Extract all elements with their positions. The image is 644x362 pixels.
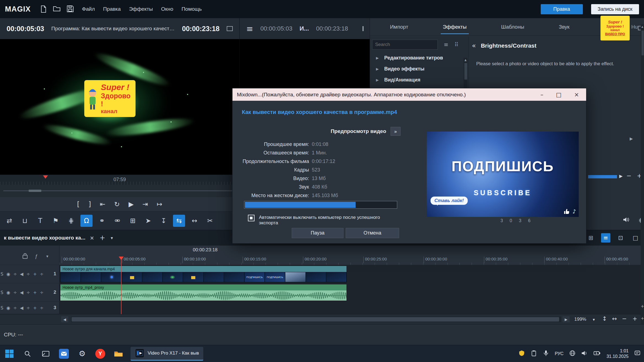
tree-item-video-effects[interactable]: ▶ Видео эффекты [370, 63, 469, 74]
back-chevrons-icon[interactable]: « [472, 42, 476, 50]
expand-preview-icon[interactable]: » [391, 127, 401, 136]
source-fullscreen-icon[interactable] [362, 26, 364, 31]
menu-effects[interactable]: Эффекты [129, 6, 153, 12]
tree-item-titles[interactable]: ▶ Редактирование титров [370, 52, 469, 63]
microphone-icon[interactable] [543, 350, 549, 358]
track-zoom-in-icon[interactable]: + [641, 304, 644, 309]
task-view-icon[interactable] [40, 348, 52, 360]
visibility-icon[interactable]: ◉ [6, 271, 10, 277]
zoom-out-icon[interactable]: − [626, 172, 631, 179]
view-mode-icon[interactable]: ⠿ [454, 41, 459, 48]
sort-icon[interactable]: ≡ [444, 41, 448, 48]
video-clip[interactable]: Новое оутро для канала.mp4 ПОДПИШИСЬ ПОД… [60, 266, 347, 282]
loop-button[interactable]: ↻ [114, 200, 120, 208]
fx-icon[interactable]: ƒ [35, 253, 38, 259]
curve-icon[interactable]: ÷ [26, 305, 30, 311]
range-handle[interactable] [29, 190, 41, 192]
scroll-left-icon[interactable]: ◀ [61, 316, 68, 322]
zoom-out-icon[interactable]: − [622, 315, 627, 322]
levels-icon[interactable]: ⋕ [65, 215, 77, 227]
burn-disc-button[interactable]: Запись на диск [591, 4, 639, 14]
mouse-mode-icon[interactable]: ➤ [142, 215, 154, 227]
checkbox[interactable] [248, 215, 255, 221]
track-lane-2[interactable]: Новое оутр_mp4_proxy [59, 283, 641, 302]
curve-icon[interactable]: ÷ [26, 290, 30, 295]
track-lane-3[interactable] [59, 302, 641, 314]
fit-vertical-icon[interactable]: ↕ [602, 315, 607, 322]
curve-icon[interactable]: ÷ [40, 305, 44, 311]
track-lane-1[interactable]: Новое оутро для канала.mp4 ПОДПИШИСЬ ПОД… [59, 265, 641, 284]
curve-icon[interactable]: ÷ [13, 305, 17, 311]
magnet-snap-icon[interactable]: Ω [80, 215, 93, 227]
app-vertical-scrollbar[interactable]: ▲ + + [641, 24, 644, 324]
mark-out-button[interactable]: ] [88, 200, 91, 208]
maximize-icon[interactable]: □ [556, 91, 562, 98]
chevron-right-icon[interactable]: ▶ [376, 67, 379, 71]
preview-scrubber[interactable]: 07:59 [0, 175, 239, 185]
insert-mode-icon[interactable]: ⊞ [127, 215, 139, 227]
curve-icon[interactable]: ÷ [40, 290, 44, 295]
curve-icon[interactable]: ÷ [40, 271, 44, 277]
speaker-icon[interactable]: ◀ [20, 290, 23, 295]
mark-in-button[interactable]: [ [77, 200, 80, 208]
preview-monitor-icon[interactable]: ⊡ [616, 233, 625, 243]
save-icon[interactable] [67, 5, 74, 13]
scrollbar-thumb[interactable] [642, 31, 644, 55]
pull-down-icon[interactable]: ↧ [158, 215, 170, 227]
pause-button[interactable]: Пауза [292, 228, 343, 238]
preview-size-slider[interactable] [588, 175, 617, 178]
battery-icon[interactable] [593, 350, 601, 357]
slider-arrow-icon[interactable]: ▶ [619, 173, 623, 179]
tab-audio[interactable]: Звук [557, 20, 572, 34]
close-icon[interactable]: × [574, 91, 579, 98]
speaker-icon[interactable] [623, 217, 629, 224]
visibility-icon[interactable]: ◉ [6, 305, 10, 311]
program-video-canvas[interactable]: Super ! Здорово ! канал [0, 39, 239, 175]
track-header-1[interactable]: S ◉ ÷ ◀ ÷ + ÷ 1 [0, 265, 59, 283]
tab-templates[interactable]: Шаблоны [499, 20, 526, 34]
curve-icon[interactable]: ÷ [13, 271, 17, 277]
file-explorer-icon[interactable] [112, 348, 125, 360]
chevron-right-icon[interactable]: ▶ [376, 78, 379, 82]
delete-icon[interactable]: ⊔ [19, 215, 31, 227]
tab-effects[interactable]: Эффекты [441, 20, 469, 34]
new-file-icon[interactable] [40, 5, 47, 13]
speaker-icon[interactable]: ◀ [20, 271, 23, 277]
range-bar[interactable] [0, 185, 239, 197]
settings-gear-icon[interactable]: ⚙ [76, 348, 88, 360]
single-monitor-icon[interactable]: □ [631, 233, 640, 243]
add-project-icon[interactable]: + [100, 234, 105, 242]
list-view-icon[interactable]: ≡ [601, 233, 610, 243]
open-folder-icon[interactable] [53, 5, 61, 13]
add-icon[interactable]: + [33, 290, 37, 295]
edit-mode-button[interactable]: Правка [541, 4, 583, 14]
speaker-icon[interactable]: ◀ [20, 305, 23, 311]
search-icon[interactable] [21, 348, 34, 360]
track-header-3[interactable]: S ◉ ÷ ◀ ÷ + ÷ 3 [0, 302, 59, 314]
track-zoom-in-icon-2[interactable]: + [641, 316, 644, 321]
curve-icon[interactable]: ÷ [26, 271, 30, 277]
lock-icon[interactable] [23, 255, 28, 259]
tree-item-view-animation[interactable]: ▶ Вид/Анимация [370, 74, 469, 85]
scroll-up-icon[interactable]: ▲ [641, 25, 644, 28]
volume-icon[interactable] [581, 350, 588, 357]
solo-icon[interactable]: S [1, 305, 3, 311]
audio-clip[interactable]: Новое оутр_mp4_proxy [60, 284, 347, 301]
antivirus-shield-icon[interactable] [518, 350, 525, 358]
timeline-playhead[interactable] [121, 260, 121, 314]
menu-window[interactable]: Окно [161, 6, 173, 12]
scroll-right-icon[interactable]: ▶ [562, 316, 570, 322]
panel-expander-icon[interactable]: ▶ [630, 136, 633, 141]
stretch-icon[interactable]: ↔ [188, 215, 201, 227]
fit-horizontal-icon[interactable]: ↔ [612, 315, 617, 322]
clipboard-icon[interactable] [531, 350, 537, 358]
jump-start-button[interactable]: ⇤ [100, 200, 105, 208]
fullscreen-icon[interactable] [227, 26, 233, 31]
chevron-right-icon[interactable]: ▶ [376, 56, 379, 60]
solo-icon[interactable]: S [1, 290, 3, 295]
project-tab[interactable]: к вывести видео хорошего ка... × [4, 235, 94, 241]
export-filename-link[interactable]: Как вывести видео хорошего качества в пр… [242, 109, 397, 115]
grid-view-icon[interactable]: ⊞ [586, 233, 596, 243]
hamburger-menu-icon[interactable]: ≡ [246, 24, 253, 34]
shutdown-checkbox-row[interactable]: Автоматически выключить компьютер после … [248, 215, 397, 225]
